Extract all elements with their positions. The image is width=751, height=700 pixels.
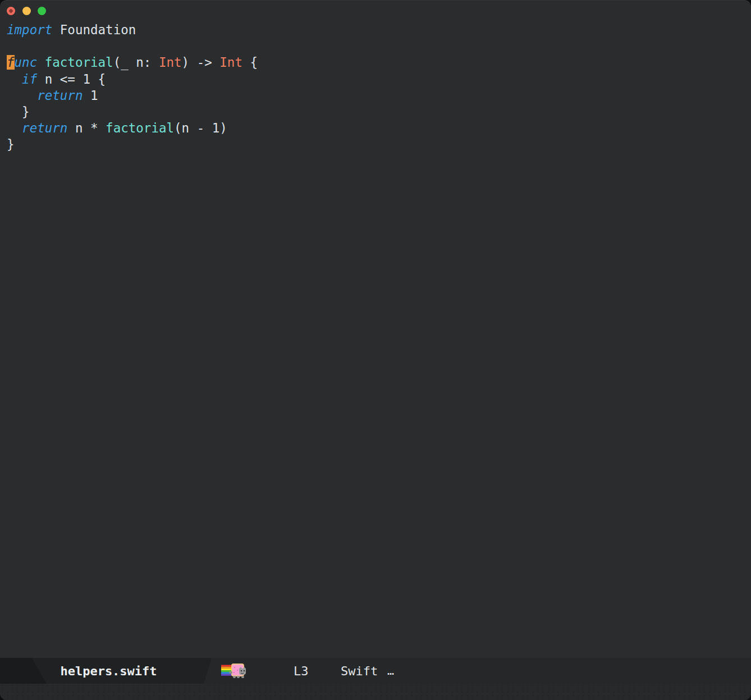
language-indicator: Swift (341, 658, 378, 684)
code-token (7, 88, 37, 103)
code-token: return (37, 88, 83, 103)
code-token: if (22, 72, 37, 86)
code-token: { (242, 55, 258, 70)
window-bottom-strip (0, 684, 751, 700)
nyan-cat-progress-icon (221, 664, 248, 679)
code-token: Foundation (52, 22, 136, 37)
code-token: Int (219, 55, 242, 70)
filename-label: helpers.swift (60, 664, 157, 678)
editor-window: import Foundation func factorial(_ n: In… (0, 0, 751, 700)
code-token: (n - 1) (174, 121, 227, 135)
code-token: } (7, 137, 15, 152)
text-cursor: f (7, 55, 15, 70)
code-token: ) -> (182, 55, 220, 70)
status-bar: helpers.swift (0, 658, 751, 684)
code-token (7, 72, 22, 86)
cursor-line-indicator: L3 (294, 658, 309, 684)
window-titlebar (0, 0, 751, 22)
code-token: return (22, 121, 67, 135)
code-token: import (7, 22, 52, 37)
zoom-button[interactable] (38, 7, 46, 15)
code-token: unc (15, 55, 38, 70)
close-button[interactable] (7, 7, 15, 15)
code-line[interactable]: return n * factorial(n - 1) (7, 120, 751, 136)
code-line[interactable]: return 1 (7, 88, 751, 104)
code-line[interactable]: import Foundation (7, 22, 751, 38)
code-token: factorial (106, 121, 174, 135)
code-token (37, 55, 45, 70)
code-line[interactable]: } (7, 136, 751, 153)
code-token: (_ n: (113, 55, 159, 70)
minimize-button[interactable] (22, 7, 31, 15)
code-token (7, 121, 22, 135)
code-line[interactable]: if n <= 1 { (7, 71, 751, 88)
code-token: } (7, 104, 30, 119)
code-token: factorial (45, 55, 113, 70)
code-token: n <= 1 { (37, 72, 106, 86)
code-editor[interactable]: import Foundation func factorial(_ n: In… (0, 22, 751, 658)
code-token: n * (67, 121, 106, 135)
code-token: 1 (83, 88, 98, 103)
code-line[interactable]: func factorial(_ n: Int) -> Int { (7, 54, 751, 71)
code-line[interactable]: } (7, 104, 751, 120)
code-token: Int (159, 55, 182, 70)
statusbar-overflow-ellipsis: … (387, 658, 394, 684)
code-line[interactable] (7, 38, 751, 54)
